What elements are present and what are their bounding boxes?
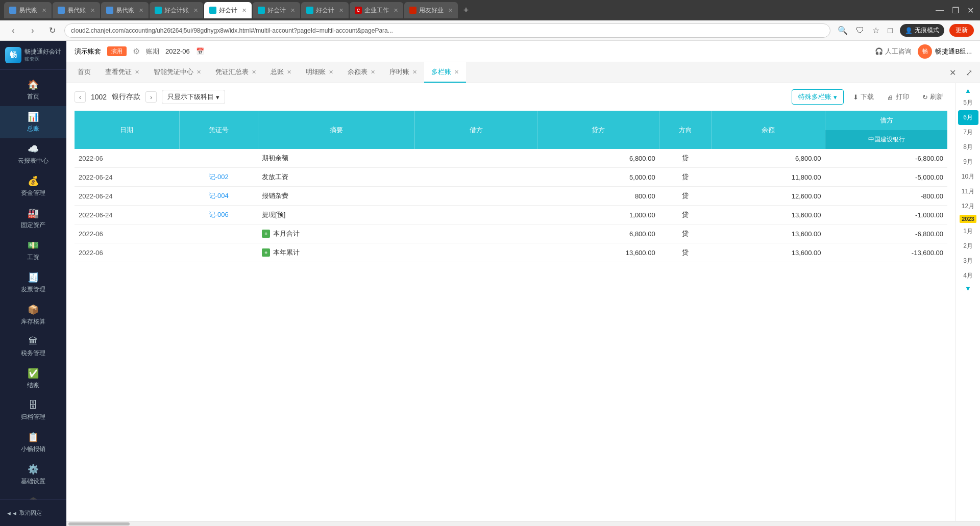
refresh-button[interactable]: ↻ 刷新 bbox=[918, 90, 947, 104]
tab-close-smart[interactable]: ✕ bbox=[197, 69, 201, 76]
extension-icon[interactable]: □ bbox=[886, 25, 895, 36]
demo-badge[interactable]: 演用 bbox=[107, 46, 127, 56]
tab-general-ledger[interactable]: 总账 ✕ bbox=[263, 62, 299, 83]
month-item-2022-11[interactable]: 11月 bbox=[958, 184, 978, 199]
tab-close-4[interactable]: ✕ bbox=[193, 7, 198, 14]
restore-button[interactable]: ❐ bbox=[950, 6, 961, 15]
tab-close-1[interactable]: ✕ bbox=[42, 7, 46, 14]
month-item-2022-09[interactable]: 9月 bbox=[958, 155, 978, 169]
browser-tab-3[interactable]: 易代账 ✕ bbox=[101, 2, 149, 18]
tab-close-6[interactable]: ✕ bbox=[290, 7, 295, 14]
month-item-2022-08[interactable]: 8月 bbox=[958, 140, 978, 155]
browser-tab-5[interactable]: 好会计 ✕ bbox=[204, 2, 252, 18]
sidebar-item-reports[interactable]: ☁️ 云报表中心 bbox=[0, 138, 66, 170]
next-account-button[interactable]: › bbox=[145, 91, 157, 103]
month-nav-down-button[interactable]: ▼ bbox=[961, 283, 975, 293]
account-name[interactable]: 银行存款 bbox=[112, 92, 140, 102]
browser-tab-1[interactable]: 易代账 ✕ bbox=[4, 2, 52, 18]
tab-close-5[interactable]: ✕ bbox=[242, 7, 247, 14]
download-button[interactable]: ⬇ 下载 bbox=[849, 90, 878, 104]
month-item-2022-05[interactable]: 5月 bbox=[958, 95, 978, 110]
month-item-2022-12[interactable]: 12月 bbox=[958, 199, 978, 214]
url-input[interactable]: cloud2.chanjet.com/accounting/uh26t264j5… bbox=[64, 23, 830, 38]
calendar-icon[interactable]: 📅 bbox=[196, 47, 204, 55]
table-cell[interactable]: 记-004 bbox=[179, 187, 258, 206]
browser-tab-4[interactable]: 好会计账 ✕ bbox=[150, 2, 203, 18]
multi-col-button[interactable]: 特殊多栏账 ▾ bbox=[792, 89, 844, 105]
tab-close-2[interactable]: ✕ bbox=[90, 7, 95, 14]
tab-voucher-summary[interactable]: 凭证汇总表 ✕ bbox=[208, 62, 263, 83]
sidebar-item-expense[interactable]: 📋 小畅报销 bbox=[0, 427, 66, 459]
sidebar-item-funds[interactable]: 💰 资金管理 bbox=[0, 170, 66, 203]
tab-close-9[interactable]: ✕ bbox=[448, 7, 453, 14]
sidebar-item-inventory[interactable]: 📦 库存核算 bbox=[0, 299, 66, 331]
tab-close-summary[interactable]: ✕ bbox=[252, 69, 256, 76]
user-info[interactable]: 畅 畅捷通B组... bbox=[918, 44, 972, 59]
sidebar-item-payroll[interactable]: 💵 工资 bbox=[0, 235, 66, 267]
tab-expand-button[interactable]: ⤢ bbox=[962, 65, 976, 80]
update-button[interactable]: 更新 bbox=[949, 24, 974, 37]
table-cell: 6,800.00 bbox=[537, 149, 659, 168]
tab-detail-ledger[interactable]: 明细账 ✕ bbox=[299, 62, 340, 83]
sidebar-item-ledger[interactable]: 📊 总账 bbox=[0, 106, 66, 138]
browser-tab-8[interactable]: C 企业工作 ✕ bbox=[350, 2, 403, 18]
browser-tab-9[interactable]: 用友好业 ✕ bbox=[404, 2, 458, 18]
browser-tab-7[interactable]: 好会计 ✕ bbox=[301, 2, 349, 18]
tab-smart-voucher[interactable]: 智能凭证中心 ✕ bbox=[146, 62, 208, 83]
settings-icon[interactable]: ⚙ bbox=[133, 46, 140, 56]
table-cell[interactable]: 记-002 bbox=[179, 168, 258, 187]
sidebar-item-archive[interactable]: 🗄 归档管理 bbox=[0, 395, 66, 427]
sidebar-item-home[interactable]: 🏠 首页 bbox=[0, 74, 66, 106]
sidebar-item-invoice[interactable]: 🧾 发票管理 bbox=[0, 267, 66, 299]
refresh-button[interactable]: ↻ bbox=[45, 23, 59, 38]
month-item-2023-02[interactable]: 2月 bbox=[958, 239, 978, 254]
sidebar-item-guide[interactable]: 🎓 新手引导 bbox=[0, 491, 66, 499]
tab-close-3[interactable]: ✕ bbox=[139, 7, 143, 14]
month-item-2023-03[interactable]: 3月 bbox=[958, 254, 978, 268]
tab-close-multi[interactable]: ✕ bbox=[454, 69, 459, 76]
tab-close-general[interactable]: ✕ bbox=[287, 69, 291, 76]
close-window-button[interactable]: ✕ bbox=[965, 6, 976, 15]
tab-voucher[interactable]: 查看凭证 ✕ bbox=[98, 62, 146, 83]
prev-account-button[interactable]: ‹ bbox=[75, 91, 86, 103]
sidebar-item-close[interactable]: ✅ 结账 bbox=[0, 363, 66, 395]
tab-close-7[interactable]: ✕ bbox=[339, 7, 344, 14]
sidebar-item-tax[interactable]: 🏛 税务管理 bbox=[0, 331, 66, 363]
browser-tab-6[interactable]: 好会计 ✕ bbox=[253, 2, 300, 18]
minimize-button[interactable]: — bbox=[934, 6, 946, 15]
tab-close-balance[interactable]: ✕ bbox=[371, 69, 375, 76]
no-trace-button[interactable]: 👤 无痕模式 bbox=[900, 24, 944, 37]
table-cell[interactable]: 记-006 bbox=[179, 206, 258, 224]
month-item-2022-07[interactable]: 7月 bbox=[958, 125, 978, 140]
month-item-2022-10[interactable]: 10月 bbox=[958, 169, 978, 184]
forward-button[interactable]: › bbox=[26, 23, 40, 38]
sidebar-item-settings[interactable]: ⚙️ 基础设置 bbox=[0, 459, 66, 491]
tab-multi-col[interactable]: 多栏账 ✕ bbox=[424, 62, 466, 83]
horizontal-scrollbar[interactable] bbox=[66, 521, 980, 526]
month-item-2022-06[interactable]: 6月 bbox=[958, 110, 978, 125]
tab-home[interactable]: 首页 bbox=[70, 62, 98, 83]
back-button[interactable]: ‹ bbox=[6, 23, 20, 38]
month-nav-up-button[interactable]: ▲ bbox=[961, 85, 975, 95]
new-tab-button[interactable]: + bbox=[459, 3, 473, 17]
sidebar-item-assets[interactable]: 🏭 固定资产 bbox=[0, 203, 66, 235]
service-button[interactable]: 🎧 人工咨询 bbox=[875, 47, 912, 56]
month-item-2023-04[interactable]: 4月 bbox=[958, 268, 978, 283]
tab-close-voucher[interactable]: ✕ bbox=[135, 69, 139, 76]
month-item-2023-01[interactable]: 1月 bbox=[958, 224, 978, 239]
tab-close-detail[interactable]: ✕ bbox=[329, 69, 333, 76]
tab-close-8[interactable]: ✕ bbox=[394, 7, 398, 14]
scrollbar-thumb[interactable] bbox=[68, 522, 130, 525]
star-icon[interactable]: ☆ bbox=[870, 24, 881, 36]
period-value[interactable]: 2022-06 bbox=[165, 47, 190, 55]
tab-journal[interactable]: 序时账 ✕ bbox=[382, 62, 424, 83]
shield-icon[interactable]: 🛡 bbox=[854, 25, 866, 36]
pin-button[interactable]: ◄◄ 取消固定 bbox=[0, 505, 66, 521]
sub-filter-dropdown[interactable]: 只显示下级科目 ▾ bbox=[162, 90, 225, 104]
search-icon[interactable]: 🔍 bbox=[836, 24, 850, 36]
tab-close-journal[interactable]: ✕ bbox=[412, 69, 417, 76]
tab-balance[interactable]: 余额表 ✕ bbox=[340, 62, 382, 83]
tab-collapse-button[interactable]: ✕ bbox=[945, 65, 960, 80]
browser-tab-2[interactable]: 易代账 ✕ bbox=[53, 2, 100, 18]
print-button[interactable]: 🖨 打印 bbox=[883, 90, 913, 104]
